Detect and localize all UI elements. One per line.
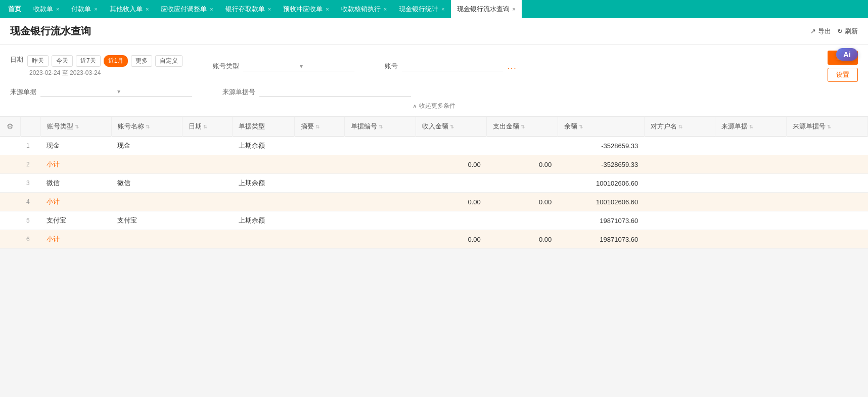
account-input[interactable] xyxy=(402,62,503,71)
date-filter-group: 日期 昨天 今天 近7天 近1月 更多 自定义 2023-02-24 至 202… xyxy=(10,55,182,77)
date-options-container: 昨天 今天 近7天 近1月 更多 自定义 2023-02-24 至 2023-0… xyxy=(27,55,182,77)
account-more-dots[interactable]: ... xyxy=(507,62,517,71)
col-account-name[interactable]: 账号名称⇅ xyxy=(111,117,182,137)
sort-counterpart-icon: ⇅ xyxy=(678,124,682,129)
sort-summary-icon: ⇅ xyxy=(315,124,319,129)
col-source-doc[interactable]: 来源单据⇅ xyxy=(715,117,786,137)
date-btn-yesterday[interactable]: 昨天 xyxy=(27,55,49,67)
col-doc-no[interactable]: 单据编号⇅ xyxy=(345,117,416,137)
table-wrapper: ⚙ 账号类型⇅ 账号名称⇅ 日期⇅ 单据类型 摘要⇅ 单据编号⇅ xyxy=(0,117,868,249)
source-doc-no-label: 来源单据号 xyxy=(222,87,255,97)
refresh-button[interactable]: ↻ 刷新 xyxy=(837,27,858,36)
close-other-income-icon[interactable]: × xyxy=(146,6,149,12)
sort-account-type-icon: ⇅ xyxy=(75,124,79,129)
sort-date-icon: ⇅ xyxy=(203,124,207,129)
col-source-doc-no[interactable]: 来源单据号⇅ xyxy=(786,117,867,137)
source-doc-arrow-icon: ▾ xyxy=(117,88,190,95)
date-btn-custom[interactable]: 自定义 xyxy=(155,55,182,67)
col-doc-type: 单据类型 xyxy=(233,117,295,137)
nav-cash-stats[interactable]: 现金银行统计 × xyxy=(393,0,450,18)
close-receipt-icon[interactable]: × xyxy=(56,6,59,12)
nav-bank-deposit[interactable]: 银行存取款单 × xyxy=(219,0,277,18)
col-balance[interactable]: 余额⇅ xyxy=(558,117,644,137)
sort-income-icon: ⇅ xyxy=(450,124,454,129)
source-doc-select[interactable]: ▾ xyxy=(40,87,192,97)
collapse-bar[interactable]: ∧ 收起更多条件 xyxy=(10,102,858,110)
nav-prepay-offset[interactable]: 预收冲应收单 × xyxy=(277,0,335,18)
col-settings: ⚙ xyxy=(0,117,20,137)
table-row: 5支付宝支付宝上期余额19871073.60 xyxy=(0,211,868,230)
nav-payment[interactable]: 付款单 × xyxy=(65,0,103,18)
col-rownum xyxy=(20,117,40,137)
nav-receipt[interactable]: 收款单 × xyxy=(27,0,65,18)
close-ar-ap-icon[interactable]: × xyxy=(210,6,213,12)
close-payment-icon[interactable]: × xyxy=(94,6,97,12)
refresh-label: 刷新 xyxy=(845,27,858,36)
collapse-label: 收起更多条件 xyxy=(419,102,455,110)
account-group: 账号 ... xyxy=(385,62,517,71)
page-header: 现金银行流水查询 ↗ 导出 ↻ 刷新 xyxy=(0,18,868,45)
table-row: 6小计0.000.0019871073.60 xyxy=(0,230,868,249)
sort-source-doc-no-icon: ⇅ xyxy=(827,124,831,129)
filter-row-2: 来源单据 ▾ 来源单据号 xyxy=(10,87,858,97)
date-label: 日期 xyxy=(10,55,23,64)
date-btn-more[interactable]: 更多 xyxy=(131,55,152,67)
close-receipt-verify-icon[interactable]: × xyxy=(384,6,387,12)
table-row: 4小计0.000.00100102606.60 xyxy=(0,193,868,211)
header-actions: ↗ 导出 ↻ 刷新 xyxy=(810,27,858,36)
sort-account-name-icon: ⇅ xyxy=(146,124,150,129)
sort-doc-no-icon: ⇅ xyxy=(379,124,383,129)
close-bank-icon[interactable]: × xyxy=(268,6,271,12)
account-type-label: 账号类型 xyxy=(213,62,239,71)
source-doc-no-input[interactable] xyxy=(259,87,411,97)
table-gear-icon[interactable]: ⚙ xyxy=(7,122,13,130)
account-label: 账号 xyxy=(385,62,398,71)
export-icon: ↗ xyxy=(810,27,816,35)
date-btn-7days[interactable]: 近7天 xyxy=(76,55,101,67)
refresh-icon: ↻ xyxy=(837,27,843,35)
nav-cash-flow-query[interactable]: 现金银行流水查询 × xyxy=(451,0,522,18)
nav-other-income[interactable]: 其他收入单 × xyxy=(104,0,155,18)
export-button[interactable]: ↗ 导出 xyxy=(810,27,831,36)
top-nav: 首页 收款单 × 付款单 × 其他收入单 × 应收应付调整单 × 银行存取款单 … xyxy=(0,0,868,18)
sort-balance-icon: ⇅ xyxy=(579,124,583,129)
setting-button[interactable]: 设置 xyxy=(828,68,858,82)
table-row: 3微信微信上期余额100102606.60 xyxy=(0,174,868,193)
close-cash-flow-icon[interactable]: × xyxy=(513,6,516,12)
sort-source-doc-icon: ⇅ xyxy=(749,124,753,129)
col-summary[interactable]: 摘要⇅ xyxy=(295,117,345,137)
nav-home[interactable]: 首页 xyxy=(2,0,27,18)
nav-ar-ap-adjust[interactable]: 应收应付调整单 × xyxy=(155,0,219,18)
account-type-select[interactable]: ▾ xyxy=(243,62,354,71)
date-btn-1month[interactable]: 近1月 xyxy=(104,55,128,67)
collapse-arrow-icon: ∧ xyxy=(413,103,417,110)
data-table: ⚙ 账号类型⇅ 账号名称⇅ 日期⇅ 单据类型 摘要⇅ 单据编号⇅ xyxy=(0,117,868,249)
date-range-display: 2023-02-24 至 2023-03-24 xyxy=(29,69,182,77)
date-options-row: 昨天 今天 近7天 近1月 更多 自定义 xyxy=(27,55,182,67)
table-row: 1现金现金上期余额-3528659.33 xyxy=(0,137,868,155)
source-doc-no-group: 来源单据号 xyxy=(222,87,411,97)
source-doc-label: 来源单据 xyxy=(10,87,36,97)
account-type-group: 账号类型 ▾ xyxy=(213,62,354,71)
col-account-type[interactable]: 账号类型⇅ xyxy=(40,117,111,137)
filter-row-1: 日期 昨天 今天 近7天 近1月 更多 自定义 2023-02-24 至 202… xyxy=(10,51,858,82)
source-doc-group: 来源单据 ▾ xyxy=(10,87,192,97)
filter-area: 日期 昨天 今天 近7天 近1月 更多 自定义 2023-02-24 至 202… xyxy=(0,45,868,117)
nav-receipt-verify[interactable]: 收款核销执行 × xyxy=(335,0,393,18)
sort-expense-icon: ⇅ xyxy=(521,124,525,129)
col-date[interactable]: 日期⇅ xyxy=(182,117,233,137)
close-cash-stats-icon[interactable]: × xyxy=(441,6,444,12)
table-header-row: ⚙ 账号类型⇅ 账号名称⇅ 日期⇅ 单据类型 摘要⇅ 单据编号⇅ xyxy=(0,117,868,137)
table-row: 2小计0.000.00-3528659.33 xyxy=(0,155,868,174)
account-type-arrow-icon: ▾ xyxy=(300,63,352,70)
date-btn-today[interactable]: 今天 xyxy=(52,55,73,67)
col-counterpart[interactable]: 对方户名⇅ xyxy=(644,117,715,137)
col-income[interactable]: 收入金额⇅ xyxy=(416,117,486,137)
page-title: 现金银行流水查询 xyxy=(10,24,91,38)
ai-badge[interactable]: Ai xyxy=(836,48,858,61)
col-expense[interactable]: 支出金额⇅ xyxy=(487,117,558,137)
export-label: 导出 xyxy=(818,27,831,36)
close-prepay-icon[interactable]: × xyxy=(326,6,329,12)
